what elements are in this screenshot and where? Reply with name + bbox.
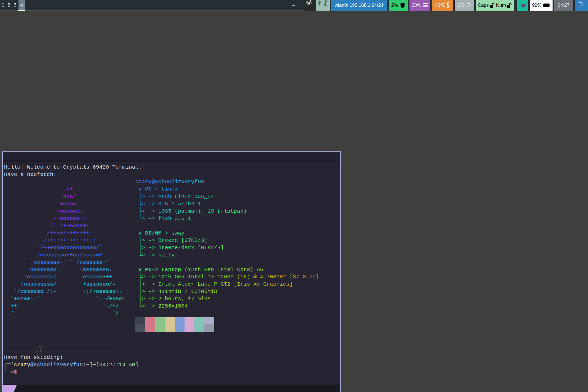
svg-text:C: C — [580, 2, 584, 6]
